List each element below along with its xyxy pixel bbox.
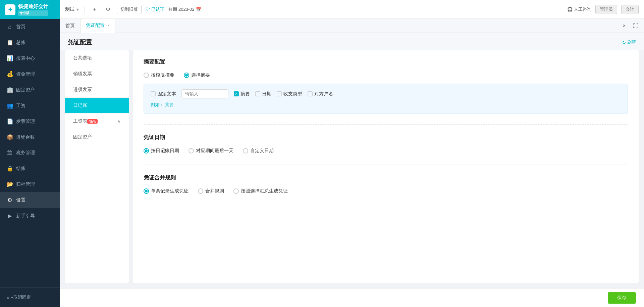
old-version-button[interactable]: 切到旧版 [117,5,142,14]
date-checkbox[interactable]: 日期 [255,91,271,97]
sidebar-logo: ✦ 畅捷通好会计 专业版 [0,0,60,19]
invoices-icon: 📄 [7,118,13,125]
date-radio-journal[interactable]: 按日记账日期 [144,148,179,154]
sidebar-nav: ⌂ 首页 📋 总账 📊 报表中心 💰 资金管理 🏢 固定资产 👥 工资 [0,19,60,287]
role-button[interactable]: 会计 [621,5,639,14]
summary-checkbox[interactable]: ✓ 摘要 [234,91,250,97]
config-nav-public[interactable]: 公共选项 [65,50,129,66]
save-button[interactable]: 保存 [608,292,636,304]
topbar-right: 🎧 人工咨询 管理员 会计 [567,5,639,14]
sidebar-item-settings[interactable]: ⚙ 设置 [0,192,60,208]
date-checkbox-label: 日期 [262,91,271,97]
fixed-text-checkbox-box [151,91,156,96]
sidebar-item-label: 固定资产 [16,87,35,93]
merge-radio-merge[interactable]: 合并规则 [198,188,224,194]
sidebar-item-close[interactable]: 🔒 结账 [0,161,60,176]
company-chevron-icon: ▾ [76,7,79,12]
admin-button[interactable]: 管理员 [595,5,617,14]
content-area: 凭证配置 ↻ 刷新 公共选项 销项发票 [60,33,644,307]
logo-icon: ✦ [5,4,15,15]
cashflow-checkbox-label: 收支类型 [283,91,302,97]
sidebar-item-invoices[interactable]: 📄 发票管理 [0,114,60,129]
config-nav-sales[interactable]: 销项发票 [65,66,129,82]
sidebar-item-wages[interactable]: 👥 工资 [0,98,60,114]
summary-config-box: 固定文本 ✓ 摘要 日期 [144,84,628,114]
settings-button[interactable]: ⚙ [103,5,113,14]
date-section: 凭证日期 按日记账日期 对应期间最后一天 [144,134,628,154]
config-content: 摘要配置 按模版摘要 选择摘要 [133,50,639,283]
page-footer: 保存 [60,288,644,307]
summary-radio-select-label: 选择摘要 [191,72,210,78]
example-value: 摘要 [165,102,174,107]
summary-radio-select[interactable]: 选择摘要 [184,72,210,78]
period-value: 2023-02 [178,7,195,12]
sidebar-item-assets[interactable]: 🏢 固定资产 [0,82,60,98]
config-nav-salary[interactable]: 工资表 NEW ∨ [65,114,129,129]
sidebar-item-purchase[interactable]: 📦 进销台账 [0,129,60,145]
company-selector[interactable]: 测试 ▾ [65,6,79,12]
sidebar-item-guide[interactable]: ▶ 新手引导 [0,208,60,224]
counterpart-checkbox[interactable]: 对方户名 [308,91,333,97]
date-radio-custom[interactable]: 自定义日期 [243,148,274,154]
sidebar-item-label: 总账 [16,40,25,46]
fixed-text-checkbox[interactable]: 固定文本 [151,91,176,97]
service-button[interactable]: 🎧 人工咨询 [567,6,591,12]
date-radio-period-last[interactable]: 对应期间最后一天 [189,148,233,154]
home-icon: ⌂ [7,24,13,30]
merge-radio-summary[interactable]: 按照选择汇总生成凭证 [233,188,288,194]
config-nav-public-label: 公共选项 [73,55,92,61]
tab-home[interactable]: 首页 [60,19,80,33]
config-nav-purchase-inv[interactable]: 进项发票 [65,82,129,98]
merge-section-title: 凭证合并规则 [144,174,628,181]
config-nav-fixed-assets-label: 固定资产 [73,134,92,140]
fixed-text-label: 固定文本 [157,91,176,97]
sidebar-item-archive[interactable]: 📂 归档管理 [0,176,60,192]
sidebar-item-label: 新手引导 [16,213,35,219]
sidebar-item-reports[interactable]: 📊 报表中心 [0,50,60,66]
date-radio-journal-circle [144,148,149,154]
tab-close-icon[interactable]: × [107,23,110,28]
new-badge: NEW [87,119,98,124]
service-label: 人工咨询 [574,6,591,12]
sidebar-item-home[interactable]: ⌂ 首页 [0,19,60,35]
close-tab-button[interactable]: × [620,21,629,30]
merge-section: 凭证合并规则 单条记录生成凭证 合并规则 [144,174,628,194]
archive-icon: 📂 [7,181,13,187]
calendar-icon[interactable]: 📅 [196,7,201,12]
merge-radio-single-circle [144,188,149,194]
tab-voucher-config[interactable]: 凭证配置 × [80,19,115,33]
period-label: 账期 [168,6,177,12]
summary-radio-select-circle [184,73,189,78]
sidebar-item-funds[interactable]: 💰 资金管理 [0,66,60,82]
config-nav-sales-label: 销项发票 [73,71,92,77]
date-radio-group: 按日记账日期 对应期间最后一天 自定义日期 [144,148,628,154]
add-button[interactable]: + [90,5,99,14]
divider-3 [144,205,628,205]
cashflow-checkbox-box [277,91,282,96]
cancel-fixed-icon: « [7,295,9,300]
refresh-button[interactable]: ↻ 刷新 [622,39,636,45]
date-section-title: 凭证日期 [144,134,628,141]
summary-radio-group: 按模版摘要 选择摘要 [144,72,628,78]
merge-radio-merge-label: 合并规则 [205,188,224,194]
cancel-fixed-button[interactable]: « «取消固定 [0,291,60,304]
config-nav-fixed-assets[interactable]: 固定资产 [65,129,129,145]
sidebar-item-label: 税务管理 [16,150,35,156]
tax-icon: 🏛 [7,150,13,156]
summary-radio-template[interactable]: 按模版摘要 [144,72,174,78]
sidebar-item-ledger[interactable]: 📋 总账 [0,35,60,50]
config-nav-journal[interactable]: 日记账 [65,98,129,114]
merge-radio-single[interactable]: 单条记录生成凭证 [144,188,189,194]
reports-icon: 📊 [7,55,13,61]
config-layout: 公共选项 销项发票 进项发票 日记账 工资表 NEW [60,50,644,288]
date-radio-period-last-circle [189,148,194,154]
sidebar-item-tax[interactable]: 🏛 税务管理 [0,145,60,161]
expand-tab-button[interactable]: ⛶ [631,21,640,30]
config-nav: 公共选项 销项发票 进项发票 日记账 工资表 NEW [65,50,129,283]
summary-checkbox-label: 摘要 [240,91,250,97]
fixed-text-input[interactable] [181,89,228,98]
config-nav-salary-label: 工资表 [73,118,87,124]
tab-home-label: 首页 [65,23,75,29]
cashflow-checkbox[interactable]: 收支类型 [277,91,302,97]
divider-2 [144,165,628,165]
